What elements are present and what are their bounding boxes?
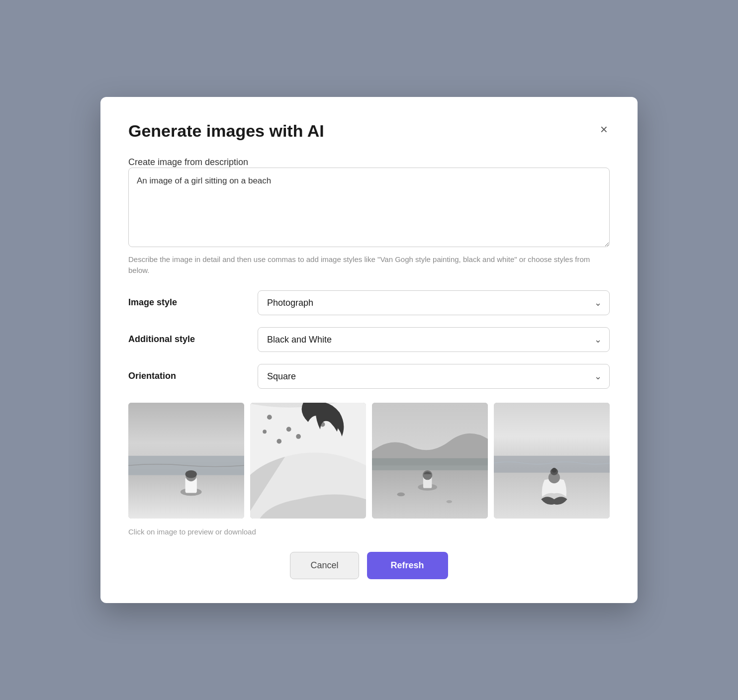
orientation-select[interactable]: Square Portrait Landscape (258, 364, 610, 389)
click-hint: Click on image to preview or download (128, 527, 610, 536)
svg-point-20 (447, 500, 453, 503)
hint-text: Describe the image in detail and then us… (128, 254, 610, 276)
modal-dialog: Generate images with AI × Create image f… (100, 97, 638, 603)
image-style-row: Image style Photograph Painting Sketch D… (128, 290, 610, 315)
modal-header: Generate images with AI × (128, 121, 610, 141)
generated-image-1[interactable] (128, 403, 244, 519)
additional-style-row: Additional style Black and White Sepia V… (128, 327, 610, 352)
images-grid (128, 403, 610, 519)
svg-point-23 (423, 470, 432, 480)
additional-style-select[interactable]: Black and White Sepia Vintage Vibrant Ma… (258, 327, 610, 352)
image-style-select-wrapper: Photograph Painting Sketch Digital Art I… (258, 290, 610, 315)
svg-point-6 (185, 470, 197, 478)
generated-image-3[interactable] (372, 403, 488, 519)
image-style-select[interactable]: Photograph Painting Sketch Digital Art I… (258, 290, 610, 315)
svg-point-19 (397, 492, 405, 496)
image-style-label: Image style (128, 297, 258, 308)
svg-point-11 (277, 439, 281, 444)
additional-style-label: Additional style (128, 334, 258, 345)
modal-footer: Cancel Refresh (128, 552, 610, 579)
modal-title: Generate images with AI (128, 121, 324, 141)
generated-image-4[interactable] (494, 403, 610, 519)
generated-image-2[interactable] (250, 403, 366, 519)
modal-overlay: Generate images with AI × Create image f… (0, 0, 738, 700)
orientation-select-wrapper: Square Portrait Landscape ⌄ (258, 364, 610, 389)
description-label: Create image from description (128, 157, 248, 167)
refresh-button[interactable]: Refresh (367, 552, 448, 579)
svg-point-14 (263, 430, 267, 434)
orientation-row: Orientation Square Portrait Landscape ⌄ (128, 364, 610, 389)
additional-style-select-wrapper: Black and White Sepia Vintage Vibrant Ma… (258, 327, 610, 352)
svg-point-29 (552, 468, 557, 473)
close-button[interactable]: × (598, 121, 610, 138)
description-textarea[interactable] (128, 168, 610, 247)
cancel-button[interactable]: Cancel (290, 552, 359, 579)
svg-point-8 (267, 415, 272, 420)
svg-point-12 (296, 434, 301, 439)
svg-point-9 (286, 427, 291, 432)
orientation-label: Orientation (128, 371, 258, 381)
